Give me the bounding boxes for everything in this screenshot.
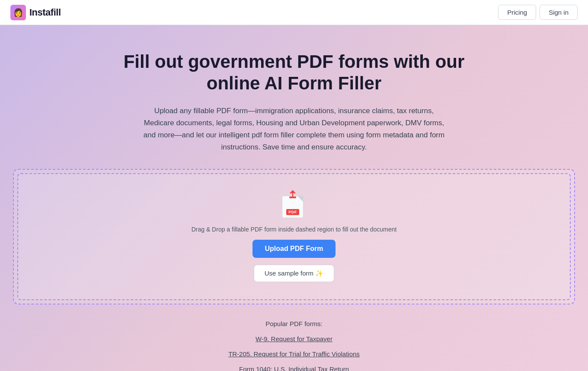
sample-form-button[interactable]: Use sample form ✨ <box>254 265 335 282</box>
popular-label: Popular PDF forms: <box>265 320 323 327</box>
popular-forms-section: Popular PDF forms: W-9. Request for Taxp… <box>189 320 399 371</box>
upload-arrow-icon <box>288 190 298 202</box>
form-link-1040[interactable]: Form 1040: U.S. Individual Tax Return <box>239 365 349 371</box>
signin-button[interactable]: Sign in <box>540 5 578 20</box>
drag-drop-text: Drag & Drop a fillable PDF form inside d… <box>192 226 397 233</box>
pdf-icon-wrapper: PDF <box>282 191 306 219</box>
pdf-label: PDF <box>286 209 299 215</box>
logo-avatar: 👩 <box>10 5 26 20</box>
pdf-doc-shape: PDF <box>282 191 304 218</box>
nav-right: Pricing Sign in <box>498 5 578 20</box>
pricing-button[interactable]: Pricing <box>498 5 536 20</box>
logo-text: Instafill <box>29 7 61 18</box>
upload-zone-inner[interactable]: PDF Drag & Drop a fillable PDF form insi… <box>17 173 571 300</box>
pdf-corner-fold <box>297 196 303 202</box>
form-link-w9[interactable]: W-9. Request for Taxpayer <box>256 335 332 342</box>
main-content: Fill out government PDF forms with our o… <box>0 25 588 371</box>
hero-subtitle: Upload any fillable PDF form—immigration… <box>138 105 450 153</box>
logo[interactable]: 👩 Instafill <box>10 5 61 20</box>
upload-pdf-button[interactable]: Upload PDF Form <box>252 240 335 258</box>
navbar: 👩 Instafill Pricing Sign in <box>0 0 588 25</box>
hero-title: Fill out government PDF forms with our o… <box>99 51 489 95</box>
form-link-tr205[interactable]: TR-205. Request for Trial for Traffic Vi… <box>228 350 360 358</box>
upload-zone-outer: PDF Drag & Drop a fillable PDF form insi… <box>13 169 575 304</box>
pdf-upload-icon: PDF <box>282 191 306 219</box>
